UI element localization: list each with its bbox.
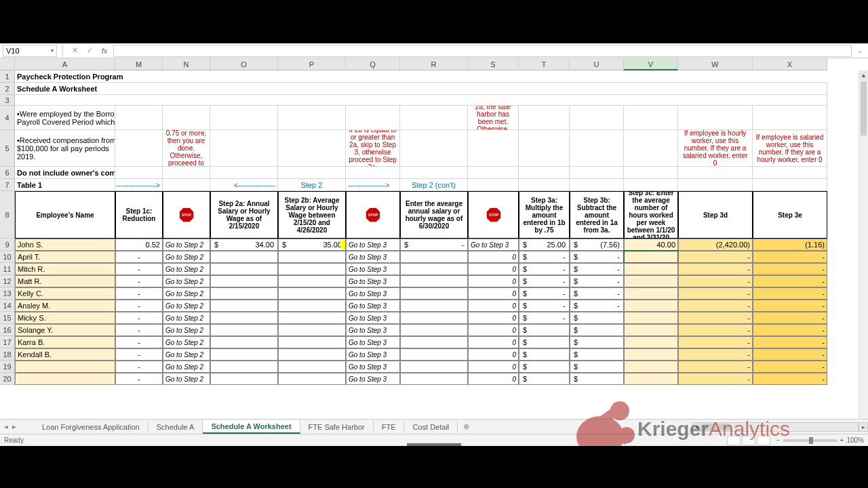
cell[interactable]: Table 1 [15, 179, 115, 191]
fx-icon[interactable]: fx [98, 45, 111, 57]
chevron-down-icon[interactable]: ▾ [51, 47, 54, 54]
sheet-tab[interactable]: FTE Safe Harbor [300, 421, 374, 433]
excel-window: V10▾ ✕ ✓ fx ⌄ A M N O P Q R S T U V W X … [0, 43, 868, 446]
view-layout-icon[interactable] [742, 436, 755, 445]
col-header[interactable]: R [400, 58, 468, 70]
col-header[interactable]: X [753, 58, 827, 70]
col-header[interactable]: A [15, 58, 115, 70]
cell[interactable]: Do not include owner's compensation [15, 167, 115, 179]
col-header[interactable]: Q [346, 58, 400, 70]
view-pagebreak-icon[interactable] [757, 436, 770, 445]
tab-prev-icon[interactable]: ◂ [4, 422, 8, 431]
note: If employee is hourly worker, use this n… [678, 130, 753, 167]
cell[interactable]: 0.52 [115, 239, 163, 251]
cell-goto[interactable]: Go to Step 3 [346, 239, 400, 251]
col-hdr-step3c[interactable]: Step 3c: Enter the average number of hou… [624, 191, 678, 239]
col-hdr-step1c[interactable]: Step 1c: Reduction [115, 191, 163, 239]
cell[interactable]: (1.16) [753, 239, 827, 251]
scroll-thumb[interactable] [703, 424, 730, 430]
sheet-tab[interactable]: FTE [374, 421, 405, 433]
vertical-scrollbar[interactable]: ▲ [859, 70, 868, 419]
row-header[interactable]: 6 [0, 167, 15, 179]
col-hdr-step3e[interactable]: Step 3e [753, 191, 827, 239]
note: If Step 1c is 0.75 or more, then you are… [163, 130, 210, 167]
row-header[interactable]: 4 [0, 106, 15, 130]
row-header[interactable]: 3 [0, 95, 15, 106]
col-hdr-step3b[interactable]: Step 3b: Subtract the amount entered in … [570, 191, 624, 239]
cell[interactable]: 40.00 [624, 239, 678, 251]
select-all-corner[interactable] [0, 58, 15, 70]
row-header[interactable]: 1 [0, 70, 15, 83]
zoom-slider[interactable] [783, 439, 837, 442]
col-hdr-step2b[interactable]: Step 2b: Average Salary or Hourly Wage b… [278, 191, 346, 239]
col-hdr-name[interactable]: Employee's Name [15, 191, 115, 239]
row-header[interactable]: 7 [0, 179, 15, 191]
zoom-level[interactable]: 100% [846, 436, 864, 444]
stop-icon: STOP [468, 191, 519, 239]
zoom-in-icon[interactable]: + [840, 436, 844, 444]
confirm-icon[interactable]: ✓ [83, 45, 96, 57]
col-header[interactable]: M [115, 58, 163, 70]
formula-input[interactable] [113, 45, 852, 57]
col-header[interactable]: P [278, 58, 346, 70]
col-hdr-step3d[interactable]: Step 3d [678, 191, 753, 239]
cell-employee[interactable]: John S. [15, 239, 115, 251]
cell[interactable]: •Received compensation from$100,000 for … [15, 130, 115, 167]
cell-goto[interactable]: Go to Step 3 [468, 239, 519, 251]
active-cell[interactable] [624, 251, 678, 263]
col-hdr-step2a[interactable]: Step 2a: Annual Salary or Hourly Wage as… [210, 191, 278, 239]
cell[interactable]: $34.00 [210, 239, 278, 251]
col-header[interactable]: T [519, 58, 570, 70]
name-box[interactable]: V10▾ [3, 45, 57, 57]
formula-bar-row: V10▾ ✕ ✓ fx ⌄ [0, 43, 868, 58]
cancel-icon[interactable]: ✕ [68, 45, 81, 57]
cell[interactable]: $35.00 [278, 239, 346, 251]
cell[interactable] [15, 95, 827, 106]
cell[interactable]: •Were employed by the BorrowerPayroll Co… [15, 106, 115, 130]
cell[interactable]: $25.00 [519, 239, 570, 251]
col-header[interactable]: O [210, 58, 278, 70]
stop-icon: STOP [346, 191, 400, 239]
svg-text:STOP: STOP [182, 213, 192, 217]
col-header[interactable]: W [678, 58, 753, 70]
cell[interactable]: (2,420.00) [678, 239, 753, 251]
scroll-right-icon[interactable]: ▸ [859, 422, 868, 432]
row-header[interactable]: 9 [0, 239, 15, 251]
horizontal-scrollbar[interactable]: ◂ ▸ [692, 422, 868, 432]
scroll-thumb[interactable] [861, 81, 867, 136]
worksheet-grid[interactable]: A M N O P Q R S T U V W X 1 Paycheck Pro… [0, 58, 868, 419]
scroll-up-icon[interactable]: ▲ [859, 70, 868, 80]
svg-text:STOP: STOP [488, 213, 498, 217]
col-header[interactable]: N [163, 58, 210, 70]
row-header[interactable]: 8 [0, 191, 15, 239]
cell[interactable]: Schedule A Worksheet [15, 83, 827, 95]
row-header[interactable]: 10 [0, 251, 15, 263]
cell-goto[interactable]: Go to Step 2 [163, 239, 210, 251]
cell[interactable]: $(7.56) [570, 239, 624, 251]
tab-next-icon[interactable]: ▸ [12, 422, 16, 431]
cell[interactable]: $- [400, 239, 468, 251]
col-hdr-step3a[interactable]: Step 3a: Multiply the amount entered in … [519, 191, 570, 239]
col-header[interactable]: U [570, 58, 624, 70]
scroll-left-icon[interactable]: ◂ [692, 422, 701, 432]
sheet-tab[interactable]: Loan Forgiveness Application [34, 421, 149, 433]
sheet-tab-active[interactable]: Schedule A Worksheet [203, 420, 300, 434]
col-header[interactable]: V [624, 58, 678, 70]
col-header[interactable]: S [468, 58, 519, 70]
add-sheet-icon[interactable]: ⊕ [458, 420, 475, 433]
sheet-tabs: ◂ ▸ Loan Forgiveness Application Schedul… [0, 419, 868, 434]
col-hdr-r[interactable]: Enter the avearge annual salary or hourl… [400, 191, 468, 239]
expand-formula-icon[interactable]: ⌄ [854, 47, 865, 54]
letterbox-bottom [0, 446, 868, 488]
letterbox-top [0, 0, 868, 43]
status-text: Ready [4, 436, 24, 444]
view-normal-icon[interactable] [727, 436, 741, 445]
sheet-tab[interactable]: Cost Detail [404, 421, 458, 433]
cell[interactable]: Paycheck Protection Program [15, 70, 827, 83]
row-header[interactable]: 5 [0, 130, 15, 167]
zoom-out-icon[interactable]: − [776, 436, 781, 444]
note: If 2b is equial to or greater than 2a, s… [346, 130, 400, 167]
note: If employee is salaried worker, use this… [753, 130, 827, 167]
sheet-tab[interactable]: Schedule A [149, 421, 203, 433]
row-header[interactable]: 2 [0, 83, 15, 95]
